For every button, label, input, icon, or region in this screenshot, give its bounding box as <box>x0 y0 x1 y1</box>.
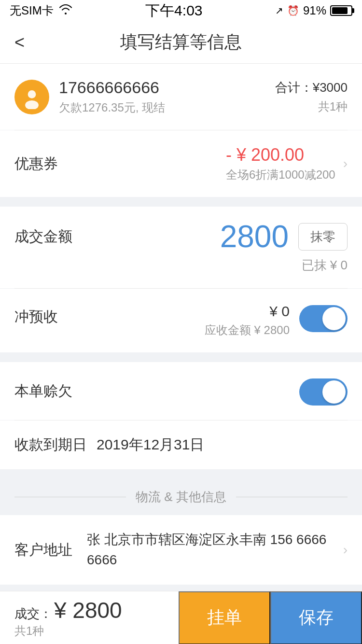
status-time: 下午4:03 <box>145 1 202 21</box>
alarm-icon: ⏰ <box>287 5 299 16</box>
back-button[interactable]: < <box>14 32 25 53</box>
status-left: 无SIM卡 <box>10 3 73 18</box>
battery-icon <box>330 5 352 16</box>
location-icon: ↗ <box>275 5 283 16</box>
debit-toggle[interactable] <box>299 378 348 406</box>
pending-button[interactable]: 挂单 <box>179 591 270 644</box>
carrier-label: 无SIM卡 <box>10 3 54 18</box>
bottom-deal-label: 成交： <box>14 605 52 622</box>
customer-card: 17666666666 欠款1276.35元, 现结 合计：¥3000 共1种 <box>0 64 362 130</box>
due-date-label: 收款到期日 <box>14 435 87 455</box>
status-bar: 无SIM卡 下午4:03 ↗ ⏰ 91% <box>0 0 362 21</box>
prepaid-info: ¥ 0 应收金额 ¥ 2800 <box>205 303 290 338</box>
avatar <box>14 80 49 114</box>
section-separator: 物流 & 其他信息 <box>0 479 362 515</box>
total-count: 共1种 <box>275 99 348 114</box>
address-chevron-icon: › <box>343 542 348 558</box>
nav-bar: < 填写结算等信息 <box>0 21 362 64</box>
deal-amount-value: 2800 <box>220 221 289 252</box>
sep-text: 物流 & 其他信息 <box>136 489 226 505</box>
bottom-deal-amount: ¥ 2800 <box>54 597 122 623</box>
coupon-right: - ¥ 200.00 全场6折满1000减200 › <box>226 145 348 182</box>
bottom-bar: 成交： ¥ 2800 共1种 挂单 保存 <box>0 591 362 644</box>
sep-line-right <box>236 497 348 497</box>
page-title: 填写结算等信息 <box>120 30 242 54</box>
due-date-value: 2019年12月31日 <box>97 435 204 455</box>
divider-3 <box>0 469 362 479</box>
prepaid-amount: ¥ 0 <box>205 303 290 320</box>
battery-percentage: 91% <box>303 4 326 17</box>
customer-left: 17666666666 欠款1276.35元, 现结 <box>14 78 165 115</box>
total-label: 合计：¥3000 <box>275 79 348 96</box>
wifi-icon <box>58 4 73 17</box>
prepaid-section: 冲预收 ¥ 0 应收金额 ¥ 2800 <box>0 289 362 352</box>
address-value: 张 北京市市辖区海淀区永丰南 156 6666 6666 <box>87 530 343 570</box>
coupon-desc: 全场6折满1000减200 <box>226 167 335 182</box>
prepaid-right: ¥ 0 应收金额 ¥ 2800 <box>205 303 348 338</box>
due-date-section: 收款到期日 2019年12月31日 <box>0 420 362 469</box>
deal-amount-row: 成交金额 2800 抹零 <box>14 221 348 252</box>
deal-amount-section: 成交金额 2800 抹零 已抹 ¥ 0 <box>0 207 362 288</box>
status-right: ↗ ⏰ 91% <box>275 4 352 17</box>
prepaid-toggle[interactable] <box>299 305 348 332</box>
customer-phone: 17666666666 <box>59 78 165 97</box>
customer-info: 17666666666 欠款1276.35元, 现结 <box>59 78 165 115</box>
address-label: 客户地址 <box>14 540 72 560</box>
divider-2 <box>0 352 362 362</box>
coupon-amount: - ¥ 200.00 <box>226 145 335 165</box>
bottom-deal-row: 成交： ¥ 2800 <box>14 597 164 623</box>
main-content: 17666666666 欠款1276.35元, 现结 合计：¥3000 共1种 … <box>0 64 362 644</box>
debit-label: 本单赊欠 <box>14 381 72 401</box>
sep-line-left <box>14 497 126 497</box>
deal-amount-right: 2800 抹零 <box>220 221 348 252</box>
deal-amount-label: 成交金额 <box>14 227 72 247</box>
save-button[interactable]: 保存 <box>270 591 362 644</box>
divider-1 <box>0 197 362 207</box>
prepaid-label: 冲预收 <box>14 303 58 327</box>
prepaid-sub: 应收金额 ¥ 2800 <box>205 322 290 338</box>
toggle-knob <box>322 307 346 330</box>
bottom-info: 成交： ¥ 2800 共1种 <box>0 597 179 639</box>
svg-point-1 <box>28 90 36 98</box>
address-section[interactable]: 客户地址 张 北京市市辖区海淀区永丰南 156 6666 6666 › <box>0 515 362 585</box>
coupon-row[interactable]: 优惠券 - ¥ 200.00 全场6折满1000减200 › <box>0 130 362 197</box>
bottom-count: 共1种 <box>14 623 164 639</box>
customer-right: 合计：¥3000 共1种 <box>275 79 348 114</box>
customer-debt: 欠款1276.35元, 现结 <box>59 100 165 115</box>
deal-amount-sub: 已抹 ¥ 0 <box>14 257 348 274</box>
round-button[interactable]: 抹零 <box>298 223 348 251</box>
debit-section: 本单赊欠 <box>0 362 362 420</box>
chevron-right-icon: › <box>343 156 348 171</box>
coupon-label: 优惠券 <box>14 154 58 174</box>
debit-toggle-knob <box>322 380 346 404</box>
due-date-row: 收款到期日 2019年12月31日 <box>14 435 348 455</box>
